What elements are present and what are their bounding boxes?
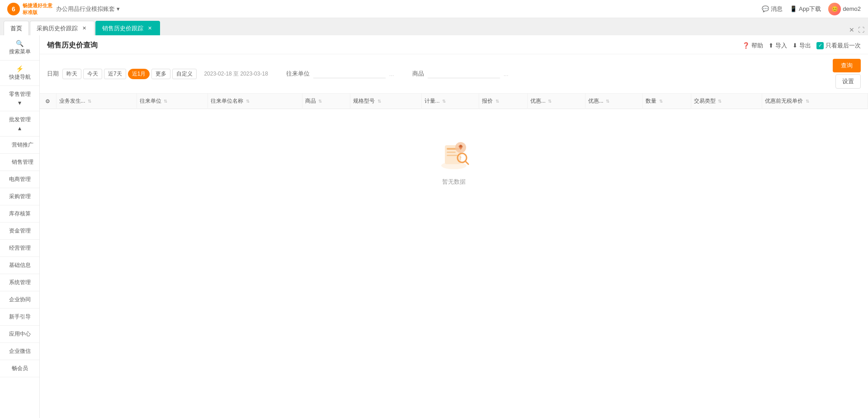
sidebar-item-newcomer[interactable]: 新手引导 <box>0 309 39 326</box>
sort-icon-product: ⇅ <box>318 99 322 104</box>
sidebar-item-ecommerce[interactable]: 电商管理 <box>0 171 39 188</box>
close-window-icon[interactable]: ✕ <box>849 26 854 33</box>
th-settings[interactable]: ⚙ <box>40 94 56 109</box>
sort-icon-spec: ⇅ <box>377 99 381 104</box>
sidebar-item-search-menu[interactable]: 🔍 搜索菜单 <box>0 35 39 61</box>
tab-sales-history-close[interactable]: ✕ <box>146 25 153 32</box>
date-btn-custom[interactable]: 自定义 <box>172 69 197 79</box>
tab-home[interactable]: 首页 <box>4 21 29 35</box>
tab-sales-history[interactable]: 销售历史价跟踪 ✕ <box>95 21 160 35</box>
counterpart-input[interactable] <box>313 69 386 78</box>
th-discount1[interactable]: 优惠... ⇅ <box>527 94 585 109</box>
date-range-display: 2023-02-18 至 2023-03-18 <box>204 70 268 78</box>
only-last-checkbox[interactable]: ✓ 只看最后一次 <box>816 42 861 50</box>
date-filter-buttons: 昨天 今天 近7天 近1月 更多 自定义 <box>62 69 197 79</box>
empty-text: 暂无数据 <box>442 178 466 186</box>
sort-icon-counterpart-name: ⇅ <box>246 99 250 104</box>
sidebar-item-ops[interactable]: 经营管理 <box>0 240 39 257</box>
sidebar-item-finance[interactable]: 资金管理 <box>0 223 39 240</box>
logo-area: 6 畅捷通好生意 标准版 <box>7 2 52 15</box>
sort-icon-discount1: ⇅ <box>548 99 552 104</box>
th-quote[interactable]: 报价 ⇅ <box>479 94 528 109</box>
message-icon: 💬 <box>762 5 769 12</box>
tab-purchase-history[interactable]: 采购历史价跟踪 ✕ <box>30 21 94 35</box>
help-btn[interactable]: ❓ 帮助 <box>742 42 763 50</box>
import-icon: ⬆ <box>769 42 774 49</box>
tab-purchase-history-close[interactable]: ✕ <box>80 25 88 32</box>
svg-rect-4 <box>447 155 458 156</box>
export-btn[interactable]: ⬇ 导出 <box>793 42 811 50</box>
th-biz-date[interactable]: 业务发生... ⇅ <box>56 94 137 109</box>
filter-bar: 日期 昨天 今天 近7天 近1月 更多 自定义 2023-02-18 至 202… <box>40 54 868 94</box>
th-quantity[interactable]: 数量 ⇅ <box>643 94 691 109</box>
sort-icon-unit: ⇅ <box>442 99 446 104</box>
maximize-icon[interactable]: ⛶ <box>858 26 864 33</box>
empty-illustration: ? <box>436 136 472 172</box>
sidebar-item-retail-mgmt[interactable]: 零售管理 ▾ <box>0 86 39 111</box>
checkbox-checked-icon: ✓ <box>816 42 824 49</box>
sort-icon-quote: ⇅ <box>495 99 499 104</box>
sidebar-item-enterprise-collab[interactable]: 企业协同 <box>0 291 39 309</box>
page: 销售历史价查询 ❓ 帮助 ⬆ 导入 ⬇ 导出 ✓ <box>40 35 868 418</box>
sort-icon-biz-date: ⇅ <box>88 99 91 104</box>
message-btn[interactable]: 💬 消息 <box>762 5 783 13</box>
date-btn-today[interactable]: 今天 <box>83 69 102 79</box>
user-area[interactable]: 😊 demo2 <box>828 3 861 15</box>
export-icon: ⬇ <box>793 42 797 49</box>
sidebar-item-enterprise-wechat[interactable]: 企业微信 <box>0 343 39 360</box>
setting-button[interactable]: 设置 <box>835 74 861 89</box>
th-counterpart[interactable]: 往来单位 ⇅ <box>137 94 208 109</box>
date-filter-group: 日期 昨天 今天 近7天 近1月 更多 自定义 <box>47 69 197 79</box>
sidebar-item-quick-nav[interactable]: ⚡ 快捷导航 <box>0 61 39 86</box>
sidebar-item-sales-mgmt[interactable]: 销售管理 <box>0 154 39 171</box>
sort-icon-quantity: ⇅ <box>659 99 663 104</box>
app-download-btn[interactable]: 📱 App下载 <box>790 5 821 13</box>
main-layout: 🔍 搜索菜单 ⚡ 快捷导航 零售管理 ▾ 批发管理 ▴ 营销推广 销售管理 电商… <box>0 35 868 418</box>
table-header-row: ⚙ 业务发生... ⇅ 往来单位 ⇅ 往来单位名称 ⇅ <box>40 94 868 109</box>
dropdown-icon[interactable]: ▾ <box>117 5 120 12</box>
sort-icon-pretax-price: ⇅ <box>806 99 809 104</box>
counterpart-dots: ... <box>389 71 394 77</box>
help-icon: ❓ <box>742 42 750 49</box>
top-bar: 6 畅捷通好生意 标准版 办公用品行业模拟账套 ▾ 💬 消息 📱 App下载 😊… <box>0 0 868 18</box>
th-unit[interactable]: 计量... ⇅ <box>421 94 479 109</box>
svg-point-6 <box>459 145 462 147</box>
sidebar-item-purchase[interactable]: 采购管理 <box>0 188 39 205</box>
table-container: ⚙ 业务发生... ⇅ 往来单位 ⇅ 往来单位名称 ⇅ <box>40 94 868 418</box>
page-header: 销售历史价查询 ❓ 帮助 ⬆ 导入 ⬇ 导出 ✓ <box>40 35 868 54</box>
counterpart-filter-group: 往来单位 ... <box>286 69 394 78</box>
th-trade-type[interactable]: 交易类型 ⇅ <box>691 94 762 109</box>
product-input[interactable] <box>428 69 500 78</box>
sidebar-item-system[interactable]: 系统管理 <box>0 274 39 291</box>
sort-icon-counterpart: ⇅ <box>164 99 167 104</box>
th-discount2[interactable]: 优惠... ⇅ <box>585 94 643 109</box>
app-title[interactable]: 办公用品行业模拟账套 ▾ <box>56 5 120 13</box>
sidebar-item-basic-info[interactable]: 基础信息 <box>0 257 39 274</box>
sidebar-item-vip[interactable]: 畅会员 <box>0 360 39 377</box>
table-header: ⚙ 业务发生... ⇅ 往来单位 ⇅ 往来单位名称 ⇅ <box>40 94 868 109</box>
sidebar-item-wholesale-mgmt[interactable]: 批发管理 ▴ <box>0 111 39 137</box>
logo-icon: 6 <box>7 3 20 15</box>
th-spec[interactable]: 规格型号 ⇅ <box>350 94 421 109</box>
date-btn-1month[interactable]: 近1月 <box>128 69 150 79</box>
query-button[interactable]: 查询 <box>833 59 861 72</box>
import-btn[interactable]: ⬆ 导入 <box>769 42 787 50</box>
date-btn-yesterday[interactable]: 昨天 <box>62 69 81 79</box>
sidebar-item-marketing[interactable]: 营销推广 <box>0 137 39 154</box>
sidebar-item-app-center[interactable]: 应用中心 <box>0 326 39 343</box>
search-icon: 🔍 <box>16 40 24 47</box>
date-btn-7days[interactable]: 近7天 <box>104 69 126 79</box>
svg-line-8 <box>465 161 468 164</box>
th-product[interactable]: 商品 ⇅ <box>302 94 350 109</box>
sidebar-item-inventory[interactable]: 库存核算 <box>0 205 39 223</box>
nav-icon: ⚡ <box>16 65 24 72</box>
logo-text: 畅捷通好生意 标准版 <box>23 2 52 15</box>
top-bar-right: 💬 消息 📱 App下载 😊 demo2 <box>762 3 861 15</box>
th-counterpart-name[interactable]: 往来单位名称 ⇅ <box>208 94 302 109</box>
th-pretax-price[interactable]: 优惠前无税单价 ⇅ <box>762 94 868 109</box>
date-label: 日期 <box>47 70 59 78</box>
tab-bar-controls: ✕ ⛶ <box>849 26 864 33</box>
product-filter-group: 商品 ... <box>412 69 509 78</box>
date-btn-more[interactable]: 更多 <box>151 69 170 79</box>
sort-icon-discount2: ⇅ <box>606 99 609 104</box>
